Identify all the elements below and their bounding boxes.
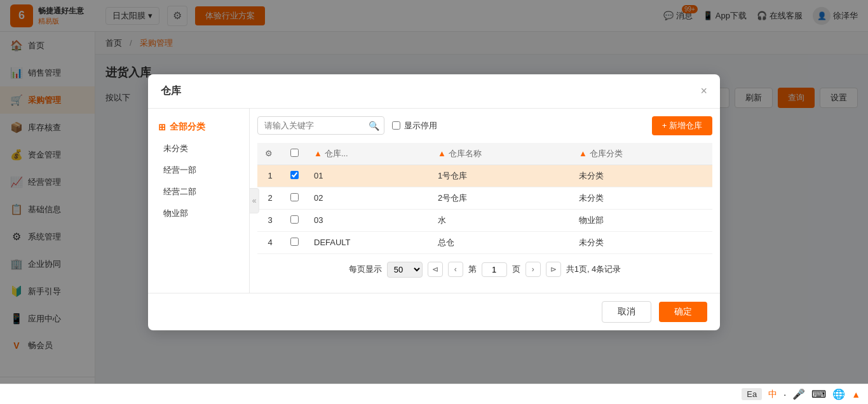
- row-checkbox[interactable]: [283, 165, 306, 187]
- bottom-icon-mic[interactable]: 🎤: [792, 388, 805, 400]
- warehouse-table-container: ⚙ ▲ 仓库...: [257, 143, 712, 254]
- row-index: 4: [257, 231, 283, 253]
- per-page-select[interactable]: 50 10 20 100: [387, 262, 423, 278]
- row-code: 03: [306, 209, 430, 231]
- next-page-button[interactable]: ›: [526, 262, 541, 277]
- sort-category[interactable]: ▲ 仓库分类: [579, 148, 705, 159]
- modal-header: 仓库 ×: [148, 74, 720, 109]
- th-name: ▲ 仓库名称: [430, 143, 571, 165]
- grid-icon: ⊞: [158, 122, 166, 132]
- row-index: 3: [257, 209, 283, 231]
- select-all-checkbox[interactable]: [290, 149, 299, 157]
- th-category: ▲ 仓库分类: [571, 143, 712, 165]
- sort-name[interactable]: ▲ 仓库名称: [438, 148, 564, 159]
- bottom-icon-dot[interactable]: ·: [783, 389, 786, 400]
- modal-close-button[interactable]: ×: [700, 84, 707, 98]
- table-row[interactable]: 3 03 水 物业部: [257, 209, 712, 231]
- show-disabled-wrap: 显示停用: [392, 120, 437, 131]
- row-name: 2号仓库: [430, 187, 571, 209]
- warehouse-modal: 仓库 × ⊞ 全部分类 未分类 经营一部 经营二部: [148, 74, 720, 330]
- bottom-bar: Ea 中 · 🎤 ⌨ 🌐 ▲: [0, 384, 868, 404]
- table-row[interactable]: 1 01 1号仓库 未分类: [257, 165, 712, 187]
- modal-footer: 取消 确定: [148, 293, 720, 330]
- collapse-sidebar-button[interactable]: «: [249, 188, 259, 213]
- category-item-3[interactable]: 物业部: [148, 203, 249, 224]
- bottom-ea-label: Ea: [742, 388, 762, 400]
- last-page-button[interactable]: ⊳: [546, 262, 561, 277]
- bottom-icon-lang[interactable]: 🌐: [832, 388, 845, 400]
- table-row[interactable]: 2 02 2号仓库 未分类: [257, 187, 712, 209]
- show-disabled-checkbox[interactable]: [392, 121, 400, 130]
- all-categories-item[interactable]: ⊞ 全部分类: [148, 116, 249, 138]
- th-checkbox: [283, 143, 306, 165]
- modal-overlay: 仓库 × ⊞ 全部分类 未分类 经营一部 经营二部: [0, 0, 868, 404]
- row-index: 2: [257, 187, 283, 209]
- cancel-button[interactable]: 取消: [602, 301, 651, 323]
- row-code: 01: [306, 165, 430, 187]
- row-checkbox[interactable]: [283, 209, 306, 231]
- add-warehouse-button[interactable]: + 新增仓库: [652, 116, 712, 135]
- bottom-icon-arrow[interactable]: ▲: [851, 389, 860, 400]
- th-code: ▲ 仓库...: [306, 143, 430, 165]
- warehouse-search-input[interactable]: [257, 116, 384, 135]
- total-info: 共1页, 4条记录: [566, 264, 621, 275]
- row-category: 物业部: [571, 209, 712, 231]
- table-row[interactable]: 4 DEFAULT 总仓 未分类: [257, 231, 712, 253]
- modal-title: 仓库: [161, 84, 181, 98]
- row-code: 02: [306, 187, 430, 209]
- pagination: 每页显示 50 10 20 100 ⊲ ‹ 第 页 › ⊳ 共1页, 4条记录: [257, 254, 712, 285]
- search-input-wrap: 🔍: [257, 116, 384, 135]
- category-item-2[interactable]: 经营二部: [148, 181, 249, 203]
- page-number-input[interactable]: [482, 262, 507, 277]
- table-body: 1 01 1号仓库 未分类 2 02 2号仓库 未分类 3 03 水 物业部 4…: [257, 165, 712, 253]
- category-item-0[interactable]: 未分类: [148, 138, 249, 159]
- modal-search-row: 🔍 显示停用 + 新增仓库: [257, 116, 712, 135]
- row-index: 1: [257, 165, 283, 187]
- search-icon[interactable]: 🔍: [369, 121, 379, 131]
- row-checkbox[interactable]: [283, 187, 306, 209]
- category-item-1[interactable]: 经营一部: [148, 159, 249, 181]
- row-category: 未分类: [571, 231, 712, 253]
- modal-body: ⊞ 全部分类 未分类 经营一部 经营二部 物业部 «: [148, 109, 720, 293]
- row-checkbox[interactable]: [283, 231, 306, 253]
- row-name: 总仓: [430, 231, 571, 253]
- row-code: DEFAULT: [306, 231, 430, 253]
- first-page-button[interactable]: ⊲: [428, 262, 443, 277]
- row-category: 未分类: [571, 187, 712, 209]
- row-name: 1号仓库: [430, 165, 571, 187]
- modal-right: 🔍 显示停用 + 新增仓库 ⚙: [250, 109, 720, 293]
- row-category: 未分类: [571, 165, 712, 187]
- prev-page-button[interactable]: ‹: [448, 262, 463, 277]
- show-disabled-label: 显示停用: [404, 120, 437, 131]
- table-header: ⚙ ▲ 仓库...: [257, 143, 712, 165]
- row-name: 水: [430, 209, 571, 231]
- th-settings: ⚙: [257, 143, 283, 165]
- bottom-icon-keyboard[interactable]: ⌨: [811, 388, 826, 400]
- confirm-button[interactable]: 确定: [659, 302, 707, 322]
- warehouse-table: ⚙ ▲ 仓库...: [257, 143, 712, 254]
- sort-code[interactable]: ▲ 仓库...: [314, 148, 423, 159]
- bottom-icon-zhong[interactable]: 中: [768, 389, 777, 400]
- modal-category-sidebar: ⊞ 全部分类 未分类 经营一部 经营二部 物业部 «: [148, 109, 250, 293]
